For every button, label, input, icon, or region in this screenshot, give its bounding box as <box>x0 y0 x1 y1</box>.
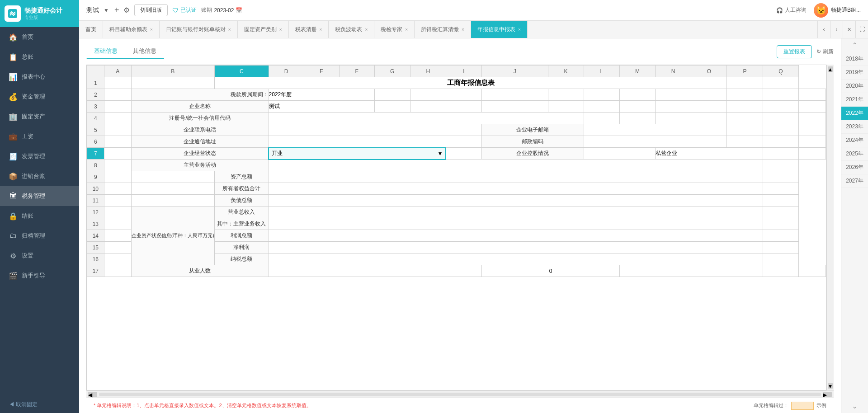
cell-3-L[interactable] <box>656 101 691 113</box>
col-N[interactable]: N <box>656 66 691 77</box>
cell-5-value[interactable] <box>269 124 446 136</box>
scroll-down-btn[interactable]: ▼ <box>828 383 833 389</box>
cell-4-M[interactable] <box>691 113 727 124</box>
cell-17-H[interactable] <box>446 265 481 277</box>
topbar-plus-btn[interactable]: + <box>114 5 119 15</box>
cell-2-P[interactable] <box>799 89 826 101</box>
year-2019-btn[interactable]: 2019年 <box>841 66 868 80</box>
cell-7-right-value[interactable] <box>584 148 655 160</box>
sidebar-item-settings[interactable]: ⚙ 设置 <box>0 246 79 266</box>
tab-close-fixed-assets[interactable]: × <box>279 27 282 32</box>
cell-2-I[interactable] <box>548 89 584 101</box>
cell-17-label[interactable]: 从业人数 <box>131 265 269 277</box>
cell-3-F[interactable] <box>410 101 446 113</box>
cell-3-A[interactable] <box>104 101 131 113</box>
year-2024-btn[interactable]: 2024年 <box>841 134 868 147</box>
cell-15-A[interactable] <box>104 242 131 253</box>
cell-7-dropdown[interactable]: 开业 ▼ <box>269 148 446 160</box>
col-F[interactable]: F <box>339 66 374 77</box>
cell-3-value[interactable]: 测试 <box>269 101 374 113</box>
cell-14-value[interactable] <box>269 230 763 242</box>
year-2026-btn[interactable]: 2026年 <box>841 161 868 174</box>
cell-3-O[interactable] <box>763 101 798 113</box>
cell-7-right-value2[interactable]: 私营企业 <box>656 148 763 160</box>
cell-5-H[interactable] <box>446 124 481 136</box>
cell-16-A[interactable] <box>104 253 131 265</box>
tab-next-btn[interactable]: › <box>830 21 843 38</box>
cell-2-G[interactable] <box>446 89 481 101</box>
cell-10-A[interactable] <box>104 183 131 195</box>
cell-16-sublabel[interactable]: 纳税总额 <box>215 253 269 265</box>
cell-17-value[interactable] <box>269 265 446 277</box>
cell-4-label[interactable]: 注册号/统一社会信用代码 <box>131 113 269 124</box>
col-B[interactable]: B <box>131 66 214 77</box>
cell-4-N[interactable] <box>727 113 763 124</box>
cell-9-P[interactable] <box>763 171 798 183</box>
cell-1-A[interactable] <box>104 77 131 89</box>
scroll-right-btn[interactable]: ▶ <box>823 392 832 397</box>
cell-15-value[interactable] <box>269 242 763 253</box>
tab-auxiliary[interactable]: 科目辅助余额表 × <box>103 21 160 38</box>
cell-4-P[interactable] <box>799 113 826 124</box>
col-D[interactable]: D <box>269 66 304 77</box>
cell-1-title[interactable]: 工商年报信息表 <box>215 77 727 89</box>
cell-2-value[interactable]: 2022年度 <box>269 89 374 101</box>
sidebar-item-guide[interactable]: 🎬 新手引导 <box>0 266 79 286</box>
scroll-left-btn[interactable]: ◀ <box>88 392 97 397</box>
cell-10-B[interactable] <box>131 183 214 195</box>
cell-6-O[interactable] <box>763 136 798 148</box>
cell-8-value[interactable] <box>269 160 763 171</box>
cell-2-label[interactable]: 税款所属期间： <box>131 89 269 101</box>
cell-4-A[interactable] <box>104 113 131 124</box>
cell-6-P[interactable] <box>799 136 826 148</box>
cell-8-A[interactable] <box>104 160 131 171</box>
cell-3-I[interactable] <box>548 101 584 113</box>
cell-3-label[interactable]: 企业名称 <box>131 101 269 113</box>
cell-7-N[interactable] <box>763 148 798 160</box>
cell-7-right-label[interactable]: 企业控股情况 <box>482 148 584 160</box>
cell-15-sublabel[interactable]: 净利润 <box>215 242 269 253</box>
cell-5-right-label[interactable]: 企业电子邮箱 <box>482 124 584 136</box>
cell-17-zero[interactable]: 0 <box>482 265 620 277</box>
sidebar-item-reports[interactable]: 📊 报表中心 <box>0 67 79 87</box>
col-Q[interactable]: Q <box>763 66 798 77</box>
tab-tax-expert[interactable]: 税检专家 × <box>374 21 415 38</box>
cell-1-B[interactable] <box>131 77 214 89</box>
cell-2-K[interactable] <box>619 89 655 101</box>
cell-13-sublabel[interactable]: 其中：主营业务收入 <box>215 218 269 230</box>
calendar-icon[interactable]: 📅 <box>236 7 242 14</box>
cell-11-P[interactable] <box>763 195 798 206</box>
year-panel-up-btn[interactable]: ⌃ <box>841 38 868 52</box>
tab-close-journal[interactable]: × <box>228 27 231 32</box>
tab-tax-form[interactable]: 税表清册 × <box>289 21 329 38</box>
cell-2-E[interactable] <box>374 89 410 101</box>
col-C[interactable]: C <box>215 66 269 77</box>
year-2021-btn[interactable]: 2021年 <box>841 93 868 107</box>
tab-close-tax-expert[interactable]: × <box>405 27 408 32</box>
cell-2-N[interactable] <box>727 89 763 101</box>
cell-3-M[interactable] <box>691 101 727 113</box>
cell-6-N[interactable] <box>727 136 763 148</box>
tab-close-tax-form[interactable]: × <box>320 27 322 32</box>
tab-close-annual-report[interactable]: × <box>518 27 521 32</box>
tab-close-tax-wave[interactable]: × <box>365 27 368 32</box>
sidebar-item-tax[interactable]: 🏛 税务管理 <box>0 186 79 206</box>
cell-9-B[interactable] <box>131 171 214 183</box>
cell-7-O[interactable] <box>799 148 826 160</box>
cell-13-P[interactable] <box>763 218 798 230</box>
col-G[interactable]: G <box>374 66 410 77</box>
sidebar-item-invoice[interactable]: 🧾 发票管理 <box>0 146 79 166</box>
sidebar-item-capital[interactable]: 💰 资金管理 <box>0 87 79 107</box>
year-panel-down-btn[interactable]: ⌄ <box>841 399 868 413</box>
cell-17-A[interactable] <box>104 265 131 277</box>
cell-2-F[interactable] <box>410 89 446 101</box>
year-2023-btn[interactable]: 2023年 <box>841 120 868 134</box>
sidebar-item-payroll[interactable]: 💼 工资 <box>0 127 79 146</box>
cell-16-value[interactable] <box>269 253 763 265</box>
cell-3-P[interactable] <box>799 101 826 113</box>
cell-17-P[interactable] <box>799 265 826 277</box>
cell-10-sublabel[interactable]: 所有者权益合计 <box>215 183 269 195</box>
cell-14-sublabel[interactable]: 利润总额 <box>215 230 269 242</box>
cell-2-O[interactable] <box>763 89 798 101</box>
cell-11-A[interactable] <box>104 195 131 206</box>
